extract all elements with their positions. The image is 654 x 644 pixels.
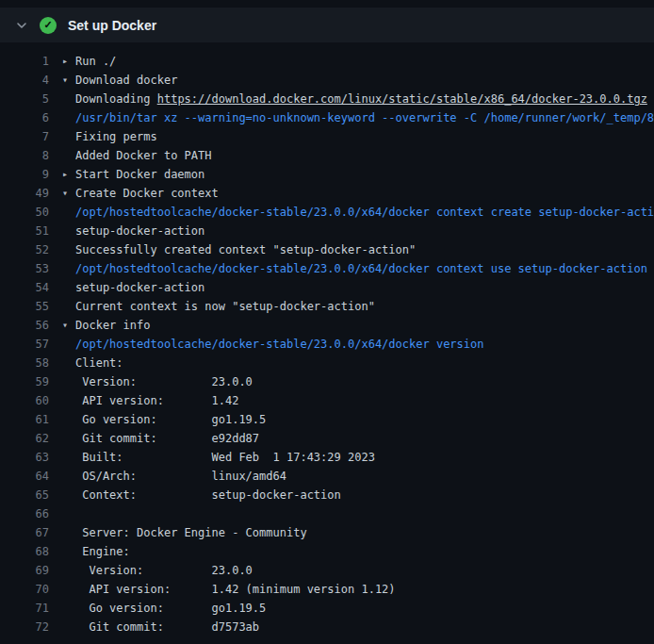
line-number[interactable]: 69 [0,561,49,580]
log-line: 51setup-docker-action [0,222,654,240]
log-text-segment: Start Docker daemon [75,168,204,181]
line-number[interactable]: 56 [0,316,49,335]
line-number[interactable]: 54 [0,278,49,297]
log-text-segment: Git commit: e92dd87 [75,432,259,445]
log-text [75,504,654,523]
log-line: 60 API version: 1.42 [0,391,654,410]
line-number[interactable]: 55 [0,297,49,316]
log-text-segment: API version: 1.42 [75,394,238,407]
line-number[interactable]: 65 [0,486,49,504]
log-text-segment: Docker info [75,319,150,332]
line-number[interactable]: 1 [0,52,49,71]
line-number[interactable]: 8 [0,146,49,165]
arrow-spacer [62,618,75,636]
log-line: 52Successfully created context "setup-do… [0,240,654,259]
log-line: 70 API version: 1.42 (minimum version 1.… [0,580,654,599]
log-text-segment: setup-docker-action [75,224,204,238]
log-line: 53/opt/hostedtoolcache/docker-stable/23.… [0,259,654,278]
arrow-spacer [62,259,75,278]
log-text: Git commit: e92dd87 [75,429,654,448]
log-text: setup-docker-action [75,222,654,240]
line-number[interactable]: 70 [0,580,49,599]
arrow-spacer [62,335,75,354]
log-line: 50/opt/hostedtoolcache/docker-stable/23.… [0,203,654,222]
line-number[interactable]: 60 [0,391,49,410]
arrow-spacer [62,222,75,240]
log-text-segment: Version: 23.0.0 [75,564,253,577]
line-number[interactable]: 5 [0,90,49,108]
line-number[interactable]: 9 [0,165,49,184]
triangle-right-icon[interactable]: ▸ [62,165,75,184]
log-text-segment: Built: Wed Feb 1 17:43:29 2023 [75,451,375,464]
log-lines: 1▸Run ./4▾Download docker5Downloading ht… [0,42,654,636]
line-number[interactable]: 52 [0,240,49,259]
log-line: 64 OS/Arch: linux/amd64 [0,467,654,486]
line-number[interactable]: 50 [0,203,49,222]
line-number[interactable]: 68 [0,542,49,561]
line-number[interactable]: 59 [0,372,49,391]
log-text: Downloading https://download.docker.com/… [75,90,654,108]
triangle-down-icon[interactable]: ▾ [62,184,75,203]
log-text-segment: Version: 23.0.0 [75,375,253,388]
log-text: Client: [75,354,654,372]
log-group-header-row[interactable]: 4▾Download docker [0,71,654,90]
line-number[interactable]: 58 [0,354,49,372]
arrow-spacer [62,486,75,504]
log-text-segment: /opt/hostedtoolcache/docker-stable/23.0.… [75,338,483,351]
log-text: Go version: go1.19.5 [75,410,654,429]
line-number[interactable]: 49 [0,184,49,203]
log-text-segment: Go version: go1.19.5 [75,602,266,615]
line-number[interactable]: 53 [0,259,49,278]
log-text: Version: 23.0.0 [75,561,654,580]
log-text: /opt/hostedtoolcache/docker-stable/23.0.… [75,203,654,222]
arrow-spacer [62,580,75,599]
log-text: Engine: [75,542,654,561]
chevron-down-icon[interactable] [15,19,28,32]
log-text: /opt/hostedtoolcache/docker-stable/23.0.… [75,335,654,354]
log-line: 54setup-docker-action [0,278,654,297]
log-text: Start Docker daemon [75,165,654,184]
line-number[interactable]: 67 [0,523,49,542]
line-number[interactable]: 64 [0,467,49,486]
log-text-segment: Fixing perms [75,130,157,143]
log-text-segment: /usr/bin/tar xz --warning=no-unknown-key… [75,111,654,124]
log-text: Docker info [75,316,654,335]
log-line: 6/usr/bin/tar xz --warning=no-unknown-ke… [0,108,654,127]
line-number[interactable]: 7 [0,127,49,146]
log-line: 63 Built: Wed Feb 1 17:43:29 2023 [0,448,654,467]
arrow-spacer [62,542,75,561]
arrow-spacer [62,203,75,222]
log-text-segment: Download docker [75,74,177,87]
line-number[interactable]: 4 [0,71,49,90]
triangle-down-icon[interactable]: ▾ [62,71,75,90]
line-number[interactable]: 6 [0,108,49,127]
log-line: 8Added Docker to PATH [0,146,654,165]
log-group-header-row[interactable]: 1▸Run ./ [0,52,654,71]
log-text-segment: setup-docker-action [75,281,204,294]
line-number[interactable]: 63 [0,448,49,467]
arrow-spacer [62,429,75,448]
arrow-spacer [62,240,75,259]
log-link[interactable]: https://download.docker.com/linux/static… [157,92,647,106]
line-number[interactable]: 61 [0,410,49,429]
arrow-spacer [62,278,75,297]
line-number[interactable]: 51 [0,222,49,240]
log-text-segment: Git commit: d7573ab [75,620,259,634]
log-group-header-row[interactable]: 56▾Docker info [0,316,654,335]
line-number[interactable]: 72 [0,618,49,636]
arrow-spacer [62,108,75,127]
log-group-header-row[interactable]: 9▸Start Docker daemon [0,165,654,184]
log-text-segment: API version: 1.42 (minimum version 1.12) [75,583,396,596]
line-number[interactable]: 62 [0,429,49,448]
triangle-down-icon[interactable]: ▾ [62,316,75,335]
log-text-segment: Downloading [75,92,157,106]
triangle-right-icon[interactable]: ▸ [62,52,75,71]
arrow-spacer [62,146,75,165]
line-number[interactable]: 71 [0,599,49,618]
step-header[interactable]: ✓ Set up Docker [0,8,654,42]
line-number[interactable]: 66 [0,504,49,523]
arrow-spacer [62,410,75,429]
log-line: 58Client: [0,354,654,372]
log-group-header-row[interactable]: 49▾Create Docker context [0,184,654,203]
line-number[interactable]: 57 [0,335,49,354]
